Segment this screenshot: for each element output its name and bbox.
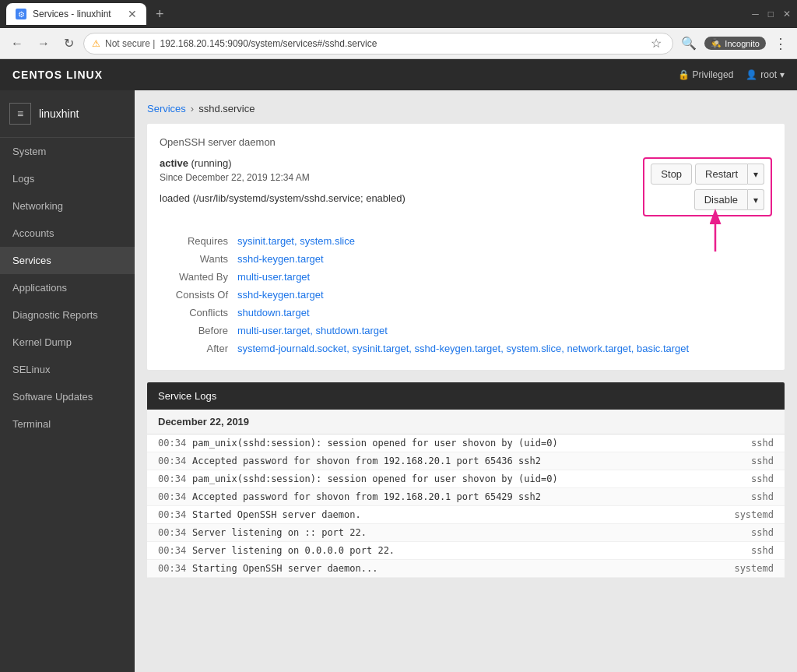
before-value: multi-user.target, shutdown.target: [237, 325, 388, 336]
window-controls: ─ □ ✕: [752, 9, 791, 19]
disable-row: Disable ▾: [651, 189, 764, 210]
breadcrumb-current: sshd.service: [198, 103, 255, 114]
reload-button[interactable]: ↻: [59, 33, 79, 54]
log-message: Starting OpenSSH server daemon...: [186, 563, 719, 574]
user-menu[interactable]: 👤 root ▾: [746, 69, 785, 80]
stop-restart-row: Stop Restart ▾: [651, 164, 764, 185]
service-details: Requires sysinit.target, system.slice Wa…: [160, 232, 772, 357]
back-button[interactable]: ←: [6, 33, 28, 54]
minimize-button[interactable]: ─: [752, 9, 759, 19]
log-rows-container: 00:34 pam_unix(sshd:session): session op…: [147, 435, 785, 578]
since-line: Since December 22, 2019 12:34 AM: [160, 172, 643, 183]
requires-value: sysinit.target, system.slice: [237, 235, 355, 247]
conflicts-link[interactable]: shutdown.target: [237, 307, 310, 318]
conflicts-row: Conflicts shutdown.target: [160, 304, 772, 322]
consists-of-row: Consists Of sshd-keygen.target: [160, 286, 772, 304]
status-line: active (running): [160, 157, 643, 169]
disable-dropdown-button[interactable]: ▾: [748, 189, 764, 210]
breadcrumb-services-link[interactable]: Services: [147, 103, 186, 114]
log-row: 00:34 Server listening on 0.0.0.0 port 2…: [147, 542, 785, 560]
breadcrumb: Services › sshd.service: [147, 103, 785, 114]
search-icon[interactable]: 🔍: [678, 33, 700, 54]
log-time: 00:34: [158, 509, 186, 520]
sidebar-item-terminal[interactable]: Terminal: [0, 410, 135, 438]
sidebar-item-applications[interactable]: Applications: [0, 274, 135, 301]
privileged-label: Privileged: [693, 69, 734, 80]
incognito-label: Incognito: [725, 39, 760, 48]
restart-button-group: Restart ▾: [695, 164, 764, 185]
browser-titlebar: Services - linuxhint ✕ + ─ □ ✕: [0, 0, 797, 28]
logs-date-header: December 22, 2019: [147, 410, 785, 435]
stop-button[interactable]: Stop: [651, 164, 692, 185]
sidebar-item-logs[interactable]: Logs: [0, 165, 135, 192]
service-status-row: active (running) Since December 22, 2019…: [160, 157, 772, 216]
browser-toolbar: ← → ↻ ⚠ Not secure | 192.168.20.145:9090…: [0, 28, 797, 59]
main-layout: ≡ linuxhint System Logs Networking Accou…: [0, 90, 797, 672]
consists-of-link[interactable]: sshd-keygen.target: [237, 289, 324, 301]
restart-dropdown-button[interactable]: ▾: [748, 164, 764, 185]
sidebar-item-accounts[interactable]: Accounts: [0, 220, 135, 247]
log-row: 00:34 Started OpenSSH server daemon. sys…: [147, 506, 785, 524]
app-container: CENTOS LINUX 🔒 Privileged 👤 root ▾ ≡ li: [0, 59, 797, 672]
log-message: Server listening on 0.0.0.0 port 22.: [186, 545, 719, 556]
browser-menu-button[interactable]: ⋮: [771, 35, 791, 52]
requires-link[interactable]: sysinit.target, system.slice: [237, 235, 355, 247]
conflicts-label: Conflicts: [160, 307, 237, 318]
user-icon: 👤: [746, 69, 757, 80]
requires-row: Requires sysinit.target, system.slice: [160, 232, 772, 250]
log-time: 00:34: [158, 473, 186, 484]
forward-button[interactable]: →: [33, 33, 54, 54]
wanted-by-link[interactable]: multi-user.target: [237, 271, 310, 283]
service-info: active (running) Since December 22, 2019…: [160, 157, 643, 204]
maximize-button[interactable]: □: [768, 9, 774, 19]
log-message: pam_unix(sshd:session): session opened f…: [186, 438, 719, 449]
address-bar[interactable]: ⚠ Not secure | 192.168.20.145:9090/syste…: [83, 33, 673, 55]
sidebar-item-system[interactable]: System: [0, 138, 135, 165]
lock-icon: 🔒: [678, 69, 690, 80]
before-row: Before multi-user.target, shutdown.targe…: [160, 322, 772, 340]
log-source: sshd: [719, 545, 774, 556]
after-link[interactable]: systemd-journald.socket, sysinit.target,…: [237, 343, 689, 354]
action-area: Stop Restart ▾ Disable ▾: [643, 157, 772, 216]
sidebar-item-kernel-dump[interactable]: Kernel Dump: [0, 329, 135, 356]
sidebar-item-networking[interactable]: Networking: [0, 192, 135, 220]
sidebar-item-software-updates[interactable]: Software Updates: [0, 383, 135, 410]
wants-link[interactable]: sshd-keygen.target: [237, 253, 324, 265]
new-tab-button[interactable]: +: [153, 6, 167, 23]
wanted-by-row: Wanted By multi-user.target: [160, 268, 772, 286]
log-source: sshd: [719, 491, 774, 502]
requires-label: Requires: [160, 235, 237, 247]
sidebar-item-selinux[interactable]: SELinux: [0, 356, 135, 383]
sidebar-item-services[interactable]: Services: [0, 247, 135, 274]
after-label: After: [160, 343, 237, 354]
browser-tab[interactable]: Services - linuxhint ✕: [6, 3, 146, 25]
log-message: Server listening on :: port 22.: [186, 527, 719, 538]
star-icon[interactable]: ☆: [648, 33, 665, 54]
user-dropdown-icon: ▾: [780, 69, 785, 80]
tab-close-button[interactable]: ✕: [128, 8, 137, 20]
conflicts-value: shutdown.target: [237, 307, 310, 318]
wanted-by-label: Wanted By: [160, 271, 237, 283]
not-secure-label: Not secure |: [105, 38, 155, 49]
log-row: 00:34 pam_unix(sshd:session): session op…: [147, 470, 785, 488]
tab-favicon-icon: [16, 9, 26, 19]
wanted-by-value: multi-user.target: [237, 271, 310, 283]
log-source: sshd: [719, 438, 774, 449]
log-message: pam_unix(sshd:session): session opened f…: [186, 473, 719, 484]
wants-value: sshd-keygen.target: [237, 253, 324, 265]
log-message: Accepted password for shovon from 192.16…: [186, 456, 719, 466]
close-window-button[interactable]: ✕: [783, 9, 791, 19]
incognito-badge: 🕵 Incognito: [704, 37, 766, 50]
before-label: Before: [160, 325, 237, 336]
before-link[interactable]: multi-user.target, shutdown.target: [237, 325, 388, 336]
content-area: Services › sshd.service OpenSSH server d…: [135, 90, 797, 672]
sidebar-item-diagnostic-reports[interactable]: Diagnostic Reports: [0, 301, 135, 329]
restart-button[interactable]: Restart: [695, 164, 748, 185]
breadcrumb-separator: ›: [191, 103, 194, 114]
log-source: sshd: [719, 456, 774, 466]
after-value: systemd-journald.socket, sysinit.target,…: [237, 343, 689, 354]
privileged-indicator: 🔒 Privileged: [678, 69, 734, 80]
disable-button[interactable]: Disable: [694, 189, 748, 210]
log-source: systemd: [719, 563, 774, 574]
brand-name: linuxhint: [39, 107, 79, 120]
